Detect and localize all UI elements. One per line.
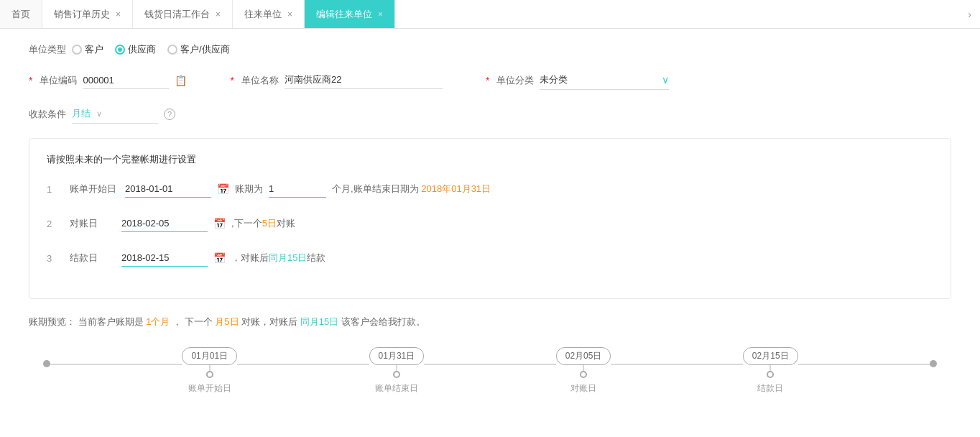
period-months-unit: 个月,账单结束日期为 2018年01月31日 (332, 183, 491, 196)
unit-type-row: 单位类型 客户 供应商 客户/供应商 (29, 43, 951, 56)
period-row-3: 3 结款日 📅 ，对账后同月15日结款 (47, 249, 933, 267)
timeline-line-1 (50, 364, 182, 365)
timeline-start (43, 347, 50, 367)
preview-label: 账期预览： (29, 316, 75, 327)
timeline-label-1: 账单开始日 (188, 382, 231, 395)
period-value-3: 📅 ，对账后同月15日结款 (121, 249, 325, 267)
period-reconcile-calendar-icon[interactable]: 📅 (213, 218, 226, 229)
timeline-tick-2 (396, 365, 397, 371)
payment-terms-row: 收款条件 月结 ∨ ? (29, 104, 951, 124)
period-value-1: 📅 账期为 个月,账单结束日期为 2018年01月31日 (125, 180, 491, 198)
timeline-label-2: 账单结束日 (375, 382, 418, 395)
tab-sales-order-history-label: 销售订单历史 (54, 8, 110, 21)
radio-customer-supplier[interactable]: 客户/供应商 (167, 43, 230, 56)
unit-name-item: * 单位名称 (230, 72, 442, 89)
unit-code-input[interactable] (83, 72, 169, 89)
timeline-node-1: 01月01日 账单开始日 (182, 347, 237, 395)
timeline-node-2: 01月31日 账单结束日 (369, 347, 425, 395)
timeline-line-4 (611, 364, 742, 365)
tab-sales-order-history-close[interactable]: × (116, 9, 121, 19)
timeline-label-4: 结款日 (757, 382, 783, 395)
unit-code-required: * (29, 75, 32, 86)
payment-terms-dropdown[interactable]: 月结 ∨ (72, 104, 158, 124)
preview-period-highlight: 1个月 (146, 316, 170, 327)
timeline-badge-4: 02月15日 (743, 347, 798, 365)
timeline-end-dot (930, 360, 937, 367)
period-payment-desc: ，对账后同月15日结款 (231, 252, 325, 264)
payment-terms-item: 收款条件 月结 ∨ ? (29, 104, 175, 124)
radio-customer-supplier-label: 客户/供应商 (180, 43, 230, 56)
help-icon[interactable]: ? (164, 109, 175, 120)
unit-code-label: 单位编码 (40, 74, 77, 87)
period-end-date-highlight: 2018年01月31日 (421, 183, 491, 194)
timeline-badge-2: 01月31日 (369, 347, 425, 365)
radio-supplier-circle (115, 45, 125, 55)
period-label-1: 账单开始日 (70, 183, 116, 196)
period-start-date-input[interactable] (125, 180, 211, 198)
period-payment-calendar-icon[interactable]: 📅 (213, 252, 226, 264)
period-value-2: 📅 ,下一个5日对账 (121, 215, 295, 232)
tab-cash-workbench-label: 钱货日清工作台 (144, 8, 210, 21)
tab-edit-partner-unit-close[interactable]: × (378, 9, 383, 19)
radio-supplier[interactable]: 供应商 (115, 43, 156, 56)
unit-classify-value: 未分类 (540, 73, 662, 86)
unit-type-item: 单位类型 客户 供应商 客户/供应商 (29, 43, 230, 56)
unit-type-label: 单位类型 (29, 43, 66, 56)
period-label-2: 对账日 (70, 217, 113, 230)
reconcile-highlight: 5日 (262, 218, 277, 229)
unit-code-icon[interactable]: 📋 (175, 75, 187, 86)
period-settings-title: 请按照未来的一个完整帐期进行设置 (47, 153, 933, 166)
period-reconcile-date-input[interactable] (121, 215, 208, 232)
period-index-2: 2 (47, 218, 61, 229)
unit-classify-dropdown[interactable]: 未分类 ∨ (540, 70, 669, 90)
unit-name-input[interactable] (285, 72, 443, 89)
tab-sales-order-history[interactable]: 销售订单历史 × (42, 0, 133, 28)
unit-type-radio-group: 客户 供应商 客户/供应商 (72, 43, 230, 56)
main-content: 单位类型 客户 供应商 客户/供应商 * 单位编码 (0, 29, 980, 437)
timeline-line-2 (237, 364, 369, 365)
timeline-label-3: 对账日 (570, 382, 596, 395)
period-months-input[interactable] (269, 180, 326, 198)
preview-reconcile-highlight: 月5日 (215, 316, 239, 327)
tabs-bar: 首页 销售订单历史 × 钱货日清工作台 × 往来单位 × 编辑往来单位 × › (0, 0, 980, 29)
unit-name-label: 单位名称 (241, 74, 279, 87)
tab-partner-unit[interactable]: 往来单位 × (233, 0, 305, 28)
tab-edit-partner-unit-label: 编辑往来单位 (316, 8, 372, 21)
timeline-start-dot (43, 360, 50, 367)
unit-classify-item: * 单位分类 未分类 ∨ (486, 70, 669, 90)
period-row-2: 2 对账日 📅 ,下一个5日对账 (47, 215, 933, 232)
radio-customer-label: 客户 (85, 43, 103, 56)
timeline-dot-2 (393, 371, 400, 378)
classify-chevron-down-icon: ∨ (662, 74, 669, 86)
preview-text-prefix: 当前客户账期是 (78, 316, 144, 327)
tab-home-label: 首页 (11, 8, 30, 21)
payment-terms-label: 收款条件 (29, 108, 66, 121)
period-index-1: 1 (47, 184, 61, 195)
period-label-3: 结款日 (70, 252, 113, 264)
tab-cash-workbench[interactable]: 钱货日清工作台 × (133, 0, 233, 28)
preview-text-suffix: 该客户会给我打款。 (341, 316, 425, 327)
timeline-badge-3: 02月05日 (556, 347, 611, 365)
unit-classify-label: 单位分类 (496, 74, 534, 87)
unit-classify-required: * (486, 75, 489, 86)
tabs-expand-icon[interactable]: › (959, 9, 980, 20)
radio-customer[interactable]: 客户 (72, 43, 103, 56)
tab-partner-unit-close[interactable]: × (287, 9, 292, 19)
timeline-node-3: 02月05日 对账日 (556, 347, 611, 395)
timeline-badge-1: 01月01日 (182, 347, 237, 365)
period-payment-date-input[interactable] (121, 249, 208, 267)
period-start-calendar-icon[interactable]: 📅 (217, 183, 229, 195)
timeline-line-3 (424, 364, 555, 365)
radio-supplier-label: 供应商 (128, 43, 156, 56)
period-reconcile-desc: ,下一个5日对账 (231, 217, 295, 230)
timeline-dot-4 (767, 371, 774, 378)
radio-customer-circle (72, 45, 82, 55)
timeline-container: 01月01日 账单开始日 01月31日 账单结束日 02月05日 (29, 347, 951, 423)
preview-reconcile-suffix: 对账，对账后 (241, 316, 297, 327)
tab-partner-unit-label: 往来单位 (244, 8, 282, 21)
tab-cash-workbench-close[interactable]: × (216, 9, 221, 19)
account-preview: 账期预览： 当前客户账期是 1个月 ， 下一个 月5日 对账，对账后 同月15日… (29, 313, 951, 330)
period-row-1: 1 账单开始日 📅 账期为 个月,账单结束日期为 2018年01月31日 (47, 180, 933, 198)
tab-home[interactable]: 首页 (0, 0, 42, 28)
tab-edit-partner-unit[interactable]: 编辑往来单位 × (305, 0, 395, 28)
